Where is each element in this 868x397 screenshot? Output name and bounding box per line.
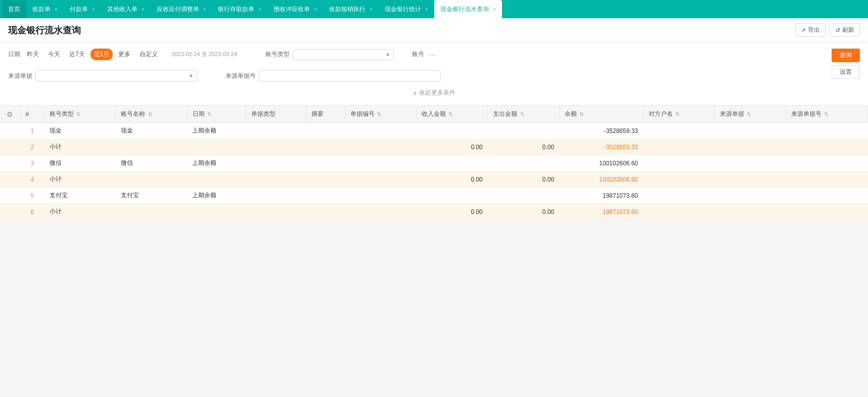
filter-left: 日期 昨天 今天 近7天 近1月 更多 自定义 2023-02-24 至 202… [8, 49, 824, 86]
td-account-name [116, 171, 187, 188]
th-date[interactable]: 日期 ⇅ [187, 106, 246, 123]
account-type-filter-group: 账号类型 ▾ [265, 49, 394, 60]
refresh-button[interactable]: ↺ 刷新 [830, 23, 860, 37]
sort-icon: ⇅ [76, 111, 80, 117]
th-counterparty[interactable]: 对方户名 ⇅ [643, 106, 714, 123]
td-doc-type [246, 155, 306, 171]
query-button[interactable]: 查询 [832, 49, 860, 62]
account-type-select[interactable]: ▾ [293, 49, 394, 60]
th-settings[interactable]: ⚙ [0, 106, 20, 123]
td-income: 0.00 [417, 204, 488, 220]
date-range: 2023-02-24 至 2023-03-24 [171, 51, 237, 58]
td-doc-type [246, 188, 306, 204]
th-account-type[interactable]: 账号类型 ⇅ [44, 106, 116, 123]
nav-close-icon[interactable]: × [370, 7, 373, 12]
th-doc-no[interactable]: 单据编号 ⇅ [345, 106, 416, 123]
th-balance[interactable]: 余额 ⇅ [559, 106, 643, 123]
td-counterparty [643, 171, 714, 188]
source-doc-no-input[interactable] [259, 70, 441, 81]
td-num: 1 [20, 123, 44, 139]
td-summary [306, 155, 345, 171]
source-doc-select[interactable]: ▾ [35, 70, 197, 81]
nav-close-icon[interactable]: × [258, 7, 261, 12]
nav-xianjintongji[interactable]: 现金银行统计 × [379, 0, 434, 18]
sort-icon: ⇅ [747, 111, 751, 117]
td-settings [0, 188, 20, 204]
gear-icon[interactable]: ⚙ [7, 110, 13, 118]
td-account-type: 小计 [44, 139, 116, 155]
td-account-name: 支付宝 [116, 188, 187, 204]
refresh-icon: ↺ [835, 27, 840, 34]
chevron-up-icon: ∧ [413, 90, 417, 97]
td-doc-no [345, 204, 416, 220]
th-balance-label: 余额 [565, 110, 577, 117]
nav-yinhangcunqu[interactable]: 银行存取款单 × [212, 0, 267, 18]
date-btn-today[interactable]: 今天 [44, 49, 64, 60]
data-table: ⚙ # 账号类型 ⇅ 账号名称 ⇅ 日期 ⇅ 单据类型 摘要 单据编 [0, 106, 868, 220]
date-btn-7days[interactable]: 近7天 [66, 49, 88, 60]
th-source-doc[interactable]: 来源单据 ⇅ [714, 106, 786, 123]
td-settings [0, 171, 20, 188]
td-source-doc-no [786, 188, 868, 204]
nav-qitashouru[interactable]: 其他收入单 × [101, 0, 151, 18]
th-source-doc-no[interactable]: 来源单据号 ⇅ [786, 106, 868, 123]
th-income[interactable]: 收入金额 ⇅ [417, 106, 488, 123]
td-account-name [116, 204, 187, 220]
nav-label: 现金银行流水查询 [440, 5, 489, 14]
settings-button[interactable]: 设置 [832, 65, 860, 79]
collapse-bar[interactable]: ∧ 收起更多条件 [8, 86, 860, 99]
export-button[interactable]: ↗ 导出 [795, 23, 826, 37]
nav-close-icon[interactable]: × [203, 7, 206, 12]
account-dots[interactable]: ··· [427, 51, 437, 59]
nav-liushui[interactable]: 现金银行流水查询 × [434, 0, 502, 18]
nav-close-icon[interactable]: × [493, 7, 496, 12]
nav-label: 收款核销执行 [329, 5, 366, 14]
filter-right: 查询 设置 [832, 49, 860, 79]
td-num: 3 [20, 155, 44, 171]
td-source-doc-no [786, 123, 868, 139]
td-summary [306, 139, 345, 155]
td-settings [0, 155, 20, 171]
th-summary: 摘要 [306, 106, 345, 123]
sort-icon: ⇅ [824, 111, 828, 117]
date-btn-1month[interactable]: 近1月 [90, 49, 113, 60]
nav-close-icon[interactable]: × [92, 7, 95, 12]
nav-close-icon[interactable]: × [142, 7, 145, 12]
th-expense[interactable]: 支出金额 ⇅ [488, 106, 559, 123]
td-doc-type [246, 204, 306, 220]
td-doc-no [345, 155, 416, 171]
td-source-doc [714, 123, 786, 139]
filter-area: 日期 昨天 今天 近7天 近1月 更多 自定义 2023-02-24 至 202… [0, 42, 868, 106]
nav-label: 其他收入单 [107, 5, 138, 14]
nav-fukuan[interactable]: 付款单 × [64, 0, 101, 18]
nav-close-icon[interactable]: × [314, 7, 317, 12]
td-num: 2 [20, 139, 44, 155]
nav-yingshouyingfu[interactable]: 应收应付调整单 × [151, 0, 212, 18]
date-btn-more[interactable]: 更多 [115, 49, 134, 60]
th-doc-no-label: 单据编号 [350, 110, 375, 117]
nav-shoukuan[interactable]: 收款单 × [26, 0, 64, 18]
sort-icon: ⇅ [675, 111, 679, 117]
sort-icon: ⇅ [579, 111, 583, 117]
date-btn-custom[interactable]: 自定义 [136, 49, 161, 60]
td-account-type: 微信 [44, 155, 116, 171]
td-expense: 0.00 [488, 139, 559, 155]
th-income-label: 收入金额 [422, 110, 446, 117]
date-btn-yesterday[interactable]: 昨天 [23, 49, 42, 60]
td-num: 6 [20, 204, 44, 220]
nav-yushouchong[interactable]: 预收冲应收单 × [267, 0, 323, 18]
th-account-name[interactable]: 账号名称 ⇅ [116, 106, 187, 123]
td-source-doc [714, 139, 786, 155]
nav-close-icon[interactable]: × [425, 7, 428, 12]
td-source-doc [714, 171, 786, 188]
td-source-doc [714, 155, 786, 171]
td-source-doc-no [786, 171, 868, 188]
nav-close-icon[interactable]: × [55, 7, 58, 12]
table-row: 4 小计 0.00 0.00 100102606.60 [0, 171, 868, 188]
nav-home[interactable]: 首页 [2, 0, 26, 18]
td-balance: 100102606.60 [559, 155, 643, 171]
table-row: 3 微信 微信 上期余额 100102606.60 [0, 155, 868, 171]
refresh-label: 刷新 [842, 26, 854, 34]
td-date: 上期余额 [187, 155, 246, 171]
nav-shoukuanhexiao[interactable]: 收款核销执行 × [323, 0, 379, 18]
